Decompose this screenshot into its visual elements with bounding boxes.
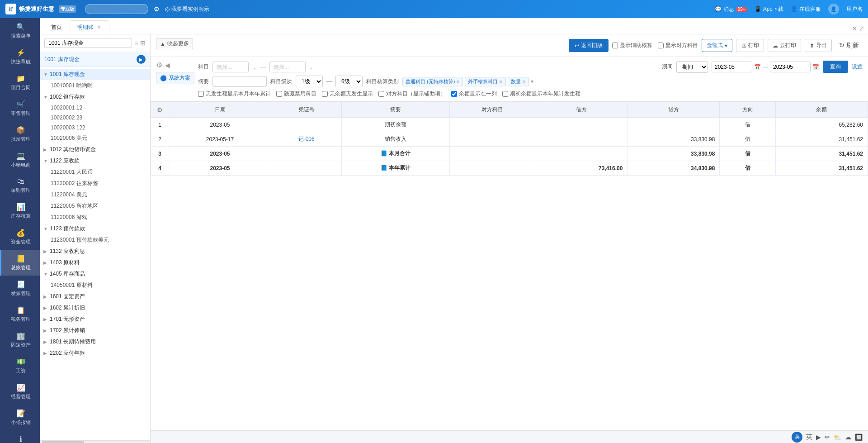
show-opposite-checkbox[interactable]: 显示对方科目	[658, 42, 698, 49]
status-icon-6[interactable]: 🔲	[855, 433, 863, 441]
filter-settings-icon[interactable]: ⚙	[156, 61, 162, 69]
expand-more-btn[interactable]: ▲ 收起更多	[156, 38, 193, 49]
filter-collapse-icon[interactable]: ◀	[165, 62, 170, 69]
tab-detail[interactable]: 明细账 ✕	[70, 20, 109, 34]
no-balance-input[interactable]	[198, 91, 204, 97]
print-btn[interactable]: 🖨 打印	[736, 39, 764, 52]
filter-tag-close-1[interactable]: ✕	[499, 79, 503, 84]
no-balance2-input[interactable]	[322, 91, 328, 97]
th-settings[interactable]: ⚙	[151, 102, 169, 118]
sidebar-item-assets[interactable]: 🏢 固定资产	[0, 327, 40, 353]
filter-tag-1[interactable]: 外币核算科目 ✕	[465, 77, 506, 86]
close-window-icon[interactable]: ✕	[852, 25, 857, 32]
voucher-link[interactable]: 记-006	[298, 136, 315, 142]
scheme-btn[interactable]: 🔵 系统方案	[156, 72, 194, 84]
opposite-input[interactable]	[378, 91, 384, 97]
tree-item-14050001[interactable]: 14050001 原材料	[40, 280, 150, 291]
tree-item-11230001[interactable]: 11230001 预付款款美元	[40, 234, 150, 246]
sidebar-item-ecommerce[interactable]: 💻 小畅电商	[0, 147, 40, 173]
hide-disabled-checkbox[interactable]: 隐藏禁用科目	[276, 90, 316, 98]
opposite-checkbox[interactable]: 对方科目（显示辅助项）	[378, 90, 446, 98]
opening-input[interactable]	[502, 91, 508, 97]
calendar-to-icon[interactable]: 📅	[812, 64, 819, 70]
sidebar-item-operations[interactable]: 📈 经营管理	[0, 379, 40, 405]
balance-col-checkbox[interactable]: 余额显示在一列	[451, 90, 497, 98]
top-search-input[interactable]	[85, 4, 148, 14]
sidebar-item-retail[interactable]: 🛒 零售管理	[0, 95, 40, 121]
refresh-btn[interactable]: ↻ 刷新	[835, 39, 863, 52]
show-opposite-input[interactable]	[658, 43, 664, 48]
period-from-input[interactable]	[712, 62, 752, 72]
tree-item-2202[interactable]: ▶ 2202 应付年款	[40, 348, 150, 359]
level-from-select[interactable]: 1级	[296, 76, 323, 87]
tree-item-11220002[interactable]: 11220002 往来标签	[40, 178, 150, 189]
tree-item-11220006[interactable]: 11220006 游戏	[40, 212, 150, 223]
tree-item-1002[interactable]: ▼ 1002 银行存款	[40, 91, 150, 103]
tree-item-1122[interactable]: ▼ 1122 应收款	[40, 155, 150, 167]
sidebar-item-wholesale[interactable]: 📦 批发管理	[0, 121, 40, 147]
tree-item-1801[interactable]: ▶ 1801 长期待摊费用	[40, 336, 150, 348]
tab-close-icon[interactable]: ✕	[96, 24, 102, 30]
sidebar-item-finance[interactable]: 💰 资金管理	[0, 224, 40, 250]
sidebar-item-quick[interactable]: ⚡ 快捷导航	[0, 44, 40, 70]
accounts-tree[interactable]: ▼ 1001 库存现金 10010001 哟哟哟 ▼ 1002 银行存款 100…	[40, 67, 150, 440]
td-voucher[interactable]: 记-006	[271, 132, 342, 147]
filter-tag-2[interactable]: 数量 ✕	[508, 77, 529, 86]
tree-item-1405[interactable]: ▼ 1405 库存商品	[40, 268, 150, 280]
tree-item-1132[interactable]: ▶ 1132 应收利息	[40, 246, 150, 257]
tree-item-10010001[interactable]: 10010001 哟哟哟	[40, 80, 150, 91]
tree-item-1403[interactable]: ▶ 1403 原材料	[40, 257, 150, 268]
opening-checkbox[interactable]: 期初余额显示本年累计发生额	[502, 90, 580, 98]
status-icon-4[interactable]: ⛅	[834, 433, 841, 441]
summary-input[interactable]	[212, 76, 267, 87]
filter-tag-close-2[interactable]: ✕	[522, 79, 526, 84]
period-type-select[interactable]: 期间	[676, 61, 708, 73]
balance-col-input[interactable]	[451, 91, 457, 97]
maximize-icon[interactable]: ⤢	[859, 25, 864, 32]
app-download-btn[interactable]: 📱 App下载	[755, 5, 783, 13]
status-icon-2[interactable]: ▶	[816, 433, 821, 441]
query-btn[interactable]: 查询	[823, 61, 848, 73]
no-balance2-checkbox[interactable]: 无余额无发生显示	[322, 90, 373, 98]
sidebar-item-report[interactable]: 📝 小畅报销	[0, 405, 40, 430]
period-to-input[interactable]	[770, 62, 811, 72]
show-aux-checkbox[interactable]: 显示辅助核算	[612, 42, 652, 49]
message-btn[interactable]: 💬 消息 99+	[715, 5, 747, 13]
tree-item-10020001[interactable]: 10020001 12	[40, 103, 150, 113]
status-icon-3[interactable]: ✏	[825, 433, 830, 441]
sidebar-item-search[interactable]: 🔍 搜索菜单	[0, 18, 40, 44]
status-icon-5[interactable]: ☁	[845, 433, 851, 441]
table-area[interactable]: ⚙ 日期 凭证号 摘要 对方科目 借方 贷方 方向 余额	[151, 102, 868, 430]
sidebar-item-tax[interactable]: 📋 税务管理	[0, 301, 40, 327]
tree-item-10020003[interactable]: 10020003 122	[40, 123, 150, 133]
tree-item-1123[interactable]: ▼ 1123 预付款款	[40, 223, 150, 234]
subject-to-input[interactable]	[269, 62, 306, 72]
tree-item-1702[interactable]: ▶ 1702 累计摊销	[40, 325, 150, 336]
sidebar-item-accounting[interactable]: 📒 总账管理	[0, 250, 40, 276]
tree-item-1001[interactable]: ▼ 1001 库存现金	[40, 69, 150, 80]
accounts-search-input[interactable]	[44, 38, 132, 48]
settings-icon[interactable]: ⚙	[154, 5, 160, 13]
status-icon-1[interactable]: 英	[806, 433, 812, 441]
tree-item-11220004[interactable]: 11220004 美元	[40, 189, 150, 200]
tree-item-1601[interactable]: ▶ 1601 固定资产	[40, 291, 150, 302]
amount-format-dropdown[interactable]: 金额式 ▾	[702, 39, 732, 52]
demo-link[interactable]: ◎ 我要看实例演示	[165, 5, 209, 13]
back-to-old-btn[interactable]: ↩ 返回旧版	[569, 39, 609, 52]
tree-item-11220001[interactable]: 11220001 人民币	[40, 167, 150, 178]
sidebar-item-payroll[interactable]: 💵 工资	[0, 353, 40, 379]
show-aux-input[interactable]	[612, 43, 618, 48]
sidebar-item-purchase[interactable]: 🛍 采购管理	[0, 173, 40, 198]
tree-item-1602[interactable]: ▶ 1602 累计折旧	[40, 302, 150, 314]
settings-link[interactable]: 设置	[852, 63, 863, 71]
subject-input[interactable]	[212, 62, 249, 72]
sidebar-item-inventory[interactable]: 📊 库存核算	[0, 198, 40, 224]
export-btn[interactable]: ⬆ 导出	[805, 39, 832, 52]
tree-item-11220005[interactable]: 11220005 所在地区	[40, 200, 150, 212]
tree-item-10020006[interactable]: 10020006 美元	[40, 133, 150, 144]
filter-tag-close-0[interactable]: ✕	[456, 79, 460, 84]
sidebar-item-project[interactable]: 📁 项目合同	[0, 70, 40, 95]
calendar-from-icon[interactable]: 📅	[754, 64, 761, 70]
sidebar-item-invoice[interactable]: 🧾 发票管理	[0, 276, 40, 301]
online-service-btn[interactable]: 👤 在线客服	[791, 5, 821, 13]
